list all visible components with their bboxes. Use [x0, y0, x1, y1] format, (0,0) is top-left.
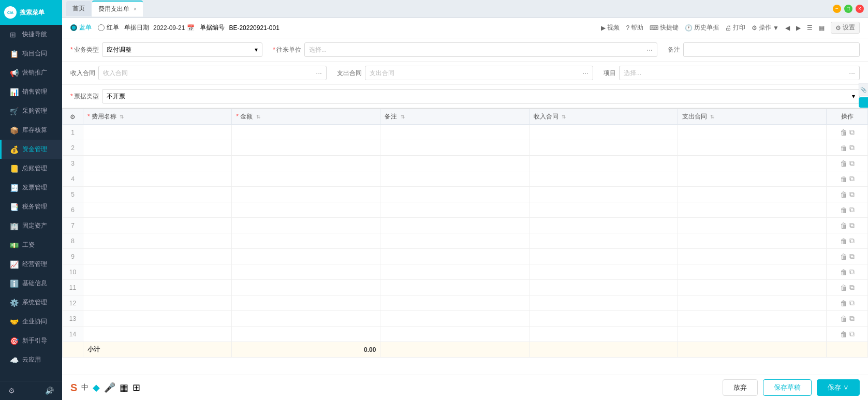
- copy-row-icon[interactable]: ⧉: [849, 283, 855, 292]
- delete-row-icon[interactable]: 🗑: [840, 253, 847, 261]
- sidebar-item-procurement[interactable]: 🛒 采购管理: [0, 101, 62, 121]
- zhong-icon[interactable]: 中: [81, 383, 89, 392]
- project-select[interactable]: 选择... ···: [619, 66, 860, 80]
- expense-name-cell[interactable]: [83, 218, 232, 233]
- income-contract-cell[interactable]: [529, 125, 678, 140]
- list-view-icon[interactable]: ☰: [807, 24, 813, 32]
- amount-cell[interactable]: [232, 125, 380, 140]
- expense-contract-select[interactable]: 支出合同 ···: [365, 66, 593, 80]
- sidebar-item-sales[interactable]: 📊 销售管理: [0, 82, 62, 101]
- remark-cell[interactable]: [380, 327, 529, 342]
- expense-contract-cell[interactable]: [678, 156, 826, 171]
- sidebar-item-capital[interactable]: 💰 资金管理: [0, 140, 62, 159]
- grid-icon[interactable]: ⊞: [133, 382, 140, 393]
- help-action[interactable]: ? 帮助: [626, 23, 643, 32]
- sidebar-item-assets[interactable]: 🏢 固定资产: [0, 216, 62, 235]
- income-contract-cell[interactable]: [529, 249, 678, 264]
- sidebar-item-tax[interactable]: 📑 税务管理: [0, 197, 62, 216]
- remark-cell[interactable]: [380, 202, 529, 218]
- amount-cell[interactable]: [232, 264, 380, 280]
- income-contract-cell[interactable]: [529, 264, 678, 280]
- expense-contract-cell[interactable]: [678, 311, 826, 327]
- amount-cell[interactable]: [232, 295, 380, 311]
- sidebar-item-enterprise[interactable]: 🤝 企业协同: [0, 312, 62, 331]
- copy-row-icon[interactable]: ⧉: [849, 159, 855, 168]
- expense-name-cell[interactable]: [83, 327, 232, 342]
- copy-row-icon[interactable]: ⧉: [849, 128, 855, 137]
- expense-name-cell[interactable]: [83, 295, 232, 311]
- copy-row-icon[interactable]: ⧉: [849, 299, 855, 307]
- delete-row-icon[interactable]: 🗑: [840, 330, 847, 338]
- col-gear-header[interactable]: ⚙: [63, 109, 83, 125]
- copy-row-icon[interactable]: ⧉: [849, 221, 855, 230]
- sort-remark[interactable]: ⇅: [401, 114, 405, 120]
- speaker-icon[interactable]: 🔊: [45, 387, 54, 395]
- copy-row-icon[interactable]: ⧉: [849, 268, 855, 276]
- delete-row-icon[interactable]: 🗑: [840, 237, 847, 245]
- sidebar-item-project-contract[interactable]: 📋 项目合同: [0, 44, 62, 63]
- red-radio-input[interactable]: [98, 24, 105, 31]
- operate-action[interactable]: ⚙ 操作 ▼: [752, 23, 779, 32]
- expense-name-cell[interactable]: [83, 125, 232, 140]
- amount-cell[interactable]: [232, 280, 380, 295]
- delete-row-icon[interactable]: 🗑: [840, 268, 847, 276]
- delete-row-icon[interactable]: 🗑: [840, 315, 847, 323]
- grid-view-icon[interactable]: ▦: [819, 24, 825, 32]
- right-tab-green[interactable]: [859, 97, 868, 108]
- expense-name-cell[interactable]: [83, 233, 232, 249]
- table-icon[interactable]: ▦: [120, 382, 128, 393]
- income-contract-select[interactable]: 收入合同 ···: [98, 66, 327, 80]
- sort-expense-name[interactable]: ⇅: [120, 114, 124, 120]
- remark-cell[interactable]: [380, 311, 529, 327]
- amount-cell[interactable]: [232, 311, 380, 327]
- income-contract-cell[interactable]: [529, 218, 678, 233]
- expense-name-cell[interactable]: [83, 280, 232, 295]
- expense-contract-cell[interactable]: [678, 295, 826, 311]
- amount-cell[interactable]: [232, 140, 380, 156]
- copy-row-icon[interactable]: ⧉: [849, 190, 855, 199]
- business-type-select[interactable]: 应付调整 ▾: [102, 42, 263, 57]
- copy-row-icon[interactable]: ⧉: [849, 330, 855, 338]
- blue-bill-radio[interactable]: 蓝单: [70, 23, 92, 32]
- delete-row-icon[interactable]: 🗑: [840, 144, 847, 152]
- ticket-type-select[interactable]: 不开票 ▾: [102, 89, 860, 103]
- delete-row-icon[interactable]: 🗑: [840, 175, 847, 183]
- amount-cell[interactable]: [232, 171, 380, 187]
- expense-name-cell[interactable]: [83, 187, 232, 202]
- delete-row-icon[interactable]: 🗑: [840, 190, 847, 199]
- close-window-button[interactable]: ×: [856, 5, 864, 13]
- discard-button[interactable]: 放弃: [723, 379, 758, 396]
- sidebar-item-ops[interactable]: 📈 经营管理: [0, 255, 62, 274]
- expense-name-cell[interactable]: [83, 156, 232, 171]
- amount-cell[interactable]: [232, 249, 380, 264]
- shortcut-action[interactable]: ⌨ 快捷键: [650, 23, 679, 32]
- sidebar-item-invoice[interactable]: 🧾 发票管理: [0, 178, 62, 197]
- income-contract-dots[interactable]: ···: [316, 69, 322, 77]
- sidebar-item-ledger[interactable]: 📒 总账管理: [0, 159, 62, 178]
- sidebar-item-quick-nav[interactable]: ⊞ 快捷导航: [0, 25, 62, 44]
- sidebar-item-payroll[interactable]: 💵 工资: [0, 235, 62, 255]
- expense-name-cell[interactable]: [83, 264, 232, 280]
- sidebar-item-inventory[interactable]: 📦 库存核算: [0, 121, 62, 140]
- nav-next-icon[interactable]: ▶: [796, 24, 801, 32]
- sidebar-item-basic[interactable]: ℹ️ 基础信息: [0, 274, 62, 293]
- amount-cell[interactable]: [232, 202, 380, 218]
- remark-cell[interactable]: [380, 280, 529, 295]
- settings-icon[interactable]: ⚙: [8, 387, 15, 395]
- income-contract-cell[interactable]: [529, 156, 678, 171]
- remark-cell[interactable]: [380, 295, 529, 311]
- copy-row-icon[interactable]: ⧉: [849, 143, 855, 152]
- expense-contract-cell[interactable]: [678, 218, 826, 233]
- remark-cell[interactable]: [380, 171, 529, 187]
- sort-expense[interactable]: ⇅: [710, 114, 714, 120]
- close-tab-icon[interactable]: ×: [134, 6, 137, 12]
- income-contract-cell[interactable]: [529, 311, 678, 327]
- amount-cell[interactable]: [232, 156, 380, 171]
- s-icon[interactable]: S: [70, 382, 77, 394]
- expense-contract-cell[interactable]: [678, 125, 826, 140]
- expense-contract-cell[interactable]: [678, 264, 826, 280]
- sidebar-item-guide[interactable]: 🎯 新手引导: [0, 331, 62, 350]
- expense-contract-cell[interactable]: [678, 249, 826, 264]
- minimize-button[interactable]: −: [833, 5, 841, 13]
- income-contract-cell[interactable]: [529, 171, 678, 187]
